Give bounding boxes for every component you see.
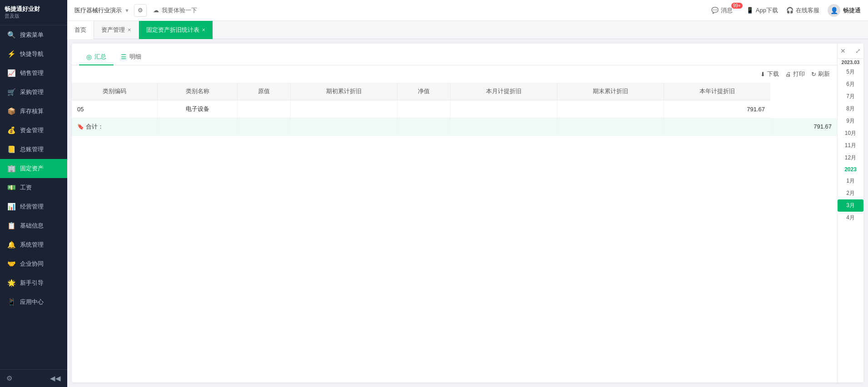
collab-icon: 🤝 [7, 260, 15, 268]
gear-icon: ⚙ [138, 7, 143, 14]
date-month-item[interactable]: 10月 [838, 127, 863, 139]
date-month-item[interactable]: 5月 [838, 66, 863, 78]
date-month-item[interactable]: 2月 [838, 187, 863, 199]
sidebar-label-guide: 新手引导 [20, 279, 44, 287]
print-label: 打印 [793, 70, 805, 78]
tab-label: 固定资产折旧统计表 [146, 26, 199, 34]
refresh-toolbar-btn[interactable]: ↻ 刷新 [811, 70, 830, 78]
company-name: 医疗器械行业演示 [74, 6, 122, 15]
sales-icon: 📈 [7, 69, 15, 77]
download-label: App下载 [756, 6, 778, 15]
data-table-wrapper: 类别编码类别名称原值期初累计折旧净值本月计提折旧期末累计折旧本年计提折旧 05电… [72, 83, 837, 382]
refresh-icon: ↻ [811, 71, 816, 78]
subtotal-name-cell [158, 118, 238, 136]
table-row: 05电子设备791.67 [72, 100, 837, 118]
sidebar-label-payroll: 工资 [20, 184, 32, 192]
date-panel-scroll: 5月6月7月8月9月10月11月12月20231月2月3月4月 [838, 66, 863, 382]
sidebar-label-system: 系统管理 [20, 241, 44, 249]
date-panel-expand-btn[interactable]: ⤢ [854, 46, 862, 55]
payroll-icon: 💵 [7, 184, 15, 192]
subtotal-cell: 791.67 [770, 118, 837, 136]
subtabs: ◎汇总☰明细 [72, 44, 837, 65]
collapse-icon[interactable]: ◀◀ [50, 374, 61, 382]
sidebar-item-operations[interactable]: 📊经营管理 [0, 197, 67, 216]
sidebar-item-quicknav[interactable]: ⚡快捷导航 [0, 45, 67, 64]
download-toolbar-btn[interactable]: ⬇ 下载 [760, 70, 779, 78]
tab-label: 资产管理 [101, 26, 125, 34]
date-month-item[interactable]: 1月 [838, 175, 863, 187]
message-badge: 99+ [731, 3, 743, 9]
sidebar-item-inventory[interactable]: 📦库存核算 [0, 102, 67, 121]
sidebar-item-system[interactable]: 🔔系统管理 [0, 235, 67, 254]
table-cell: 电子设备 [158, 100, 238, 118]
subtab-label: 汇总 [94, 53, 106, 61]
sidebar-item-collab[interactable]: 🤝企业协同 [0, 254, 67, 273]
company-dropdown-icon: ▼ [124, 8, 129, 13]
sidebar-label-search: 搜索菜单 [20, 31, 44, 39]
tab-首页[interactable]: 首页 [67, 21, 94, 39]
table-toolbar: ⬇ 下载 🖨 打印 ↻ 刷新 [72, 65, 837, 83]
date-month-item[interactable]: 4月 [838, 212, 863, 224]
sidebar-item-finance[interactable]: 💰资金管理 [0, 121, 67, 140]
col-header: 期初累计折旧 [290, 83, 397, 100]
topbar-right: 💬 消息 99+ 📱 App下载 🎧 在线客服 👤 畅捷通 [711, 4, 861, 17]
date-month-item[interactable]: 7月 [838, 90, 863, 103]
col-header: 本月计提折旧 [450, 83, 557, 100]
app-name: 畅捷通好业财 [5, 5, 40, 13]
avatar: 👤 [828, 4, 840, 17]
sidebar-item-basic[interactable]: 📋基础信息 [0, 216, 67, 235]
system-icon: 🔔 [7, 241, 15, 249]
subtotal-cell [664, 118, 770, 136]
date-month-item[interactable]: 11月 [838, 139, 863, 152]
settings-icon[interactable]: ⚙ [6, 374, 12, 382]
print-toolbar-btn[interactable]: 🖨 打印 [785, 70, 805, 78]
service-label: 在线客服 [796, 6, 819, 15]
sidebar-item-payroll[interactable]: 💵工资 [0, 178, 67, 197]
sidebar-label-fixed: 固定资产 [20, 164, 44, 173]
subtotal-icon: 🔖 [77, 124, 84, 130]
sidebar-item-ledger[interactable]: 📒总账管理 [0, 140, 67, 159]
print-icon: 🖨 [785, 71, 791, 78]
topbar: 医疗器械行业演示 ▼ ⚙ ☁ 我要体验一下 💬 消息 99+ 📱 App下载 🎧… [67, 0, 868, 21]
date-panel: ✕ ⤢ 2023.03 5月6月7月8月9月10月11月12月20231月2月3… [837, 44, 863, 382]
date-month-item[interactable]: 8月 [838, 103, 863, 115]
message-button[interactable]: 💬 消息 99+ [711, 6, 738, 15]
subtab-汇总[interactable]: ◎汇总 [79, 49, 114, 65]
date-month-item[interactable]: 3月 [838, 199, 863, 212]
sidebar-item-purchase[interactable]: 🛒采购管理 [0, 83, 67, 102]
trial-label: 我要体验一下 [162, 6, 197, 15]
subtotal-row: 🔖合计：791.67 [72, 118, 837, 136]
sidebar-item-apps[interactable]: 📱应用中心 [0, 293, 67, 312]
col-header: 本年计提折旧 [664, 83, 770, 100]
sidebar-item-fixed[interactable]: 🏢固定资产 [0, 159, 67, 178]
tab-资产管理[interactable]: 资产管理× [94, 21, 139, 39]
user-menu[interactable]: 👤 畅捷通 [828, 4, 861, 17]
date-panel-close-btn[interactable]: ✕ [839, 46, 847, 55]
settings-button[interactable]: ⚙ [134, 4, 147, 17]
trial-button[interactable]: ☁ 我要体验一下 [153, 6, 197, 15]
subtab-label: 明细 [129, 53, 141, 61]
operations-icon: 📊 [7, 203, 15, 211]
sidebar-item-guide[interactable]: 🌟新手引导 [0, 273, 67, 293]
date-month-item[interactable]: 12月 [838, 152, 863, 164]
company-selector[interactable]: 医疗器械行业演示 ▼ [74, 6, 129, 15]
refresh-label: 刷新 [818, 70, 830, 78]
subtab-icon: ☰ [121, 53, 127, 60]
date-month-item[interactable]: 9月 [838, 115, 863, 127]
subtab-明细[interactable]: ☰明细 [114, 49, 149, 65]
table-cell [450, 100, 557, 118]
tab-close-btn[interactable]: × [202, 27, 206, 33]
download-button[interactable]: 📱 App下载 [746, 6, 778, 15]
sidebar-label-purchase: 采购管理 [20, 88, 44, 96]
cloud-icon: ☁ [153, 7, 159, 14]
sidebar-item-sales[interactable]: 📈销售管理 [0, 64, 67, 83]
tab-固定资产折旧统计表[interactable]: 固定资产折旧统计表× [139, 21, 213, 39]
col-header: 原值 [238, 83, 291, 100]
sidebar-item-search[interactable]: 🔍搜索菜单 [0, 25, 67, 45]
tab-close-btn[interactable]: × [128, 27, 131, 33]
inner-content: ◎汇总☰明细 ⬇ 下载 🖨 打印 ↻ 刷新 [72, 44, 837, 382]
date-month-item[interactable]: 6月 [838, 78, 863, 90]
service-button[interactable]: 🎧 在线客服 [786, 6, 819, 15]
table-cell: 05 [72, 100, 158, 118]
date-year-label: 2023 [838, 164, 863, 175]
